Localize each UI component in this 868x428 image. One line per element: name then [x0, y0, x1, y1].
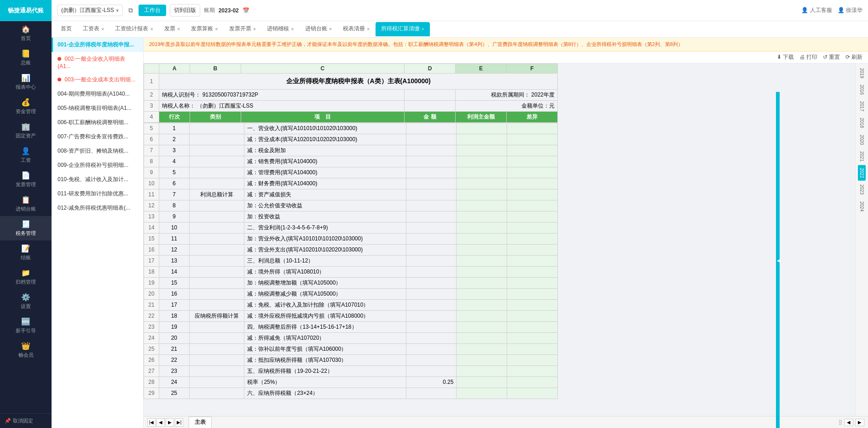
left-menu-item-008[interactable]: 008-资产折旧、摊销及纳税...: [52, 144, 143, 158]
cell-item[interactable]: 六、应纳所得税额（23×24）: [244, 388, 406, 399]
scroll-right[interactable]: ▶: [855, 419, 864, 426]
cell-diff[interactable]: [507, 321, 558, 332]
print-button[interactable]: 🖨 打印: [799, 53, 817, 61]
cell-item[interactable]: 减：营业外支出(填写A102010\102020\103000): [244, 244, 406, 255]
cell-row-num[interactable]: 16: [159, 288, 189, 299]
year-item-2020[interactable]: 2020: [858, 132, 866, 148]
cell-item[interactable]: 一、营业收入(填写A101010\101020\103000): [244, 123, 406, 134]
cell-profit[interactable]: [457, 178, 507, 189]
cell-row-num[interactable]: 24: [159, 377, 189, 388]
cell-amount[interactable]: [406, 200, 457, 211]
cell-row-num[interactable]: 2: [159, 134, 189, 145]
cell-item[interactable]: 加：投资收益: [244, 211, 406, 222]
cell-amount[interactable]: [406, 211, 457, 222]
cell-row-num[interactable]: 22: [159, 354, 189, 365]
cell-item[interactable]: 三、利润总额（10-11-12）: [244, 255, 406, 266]
cell-row-num[interactable]: 9: [159, 211, 189, 222]
cell-item[interactable]: 减：抵扣应纳税所得额（填写A107030）: [244, 354, 406, 365]
tab-journal[interactable]: 进销台账 ×: [300, 22, 337, 36]
cell-row-num[interactable]: 18: [159, 310, 189, 321]
sidebar-item-invoice[interactable]: 📄 发票管理: [0, 167, 52, 192]
cell-row-num[interactable]: 15: [159, 277, 189, 288]
year-item-2016[interactable]: 2016: [858, 82, 866, 97]
cell-diff[interactable]: [507, 310, 558, 321]
copy-icon[interactable]: ⧉: [128, 6, 133, 14]
workspace-button[interactable]: 工作台: [139, 5, 166, 16]
tab-invoice[interactable]: 发票 ×: [159, 22, 185, 36]
customer-service[interactable]: 👤 人工客服: [801, 6, 832, 14]
cell-profit[interactable]: [457, 255, 507, 266]
cell-diff[interactable]: [507, 233, 558, 244]
cell-row-num[interactable]: 14: [159, 266, 189, 277]
tab-check[interactable]: 进销稽核 ×: [261, 22, 299, 36]
cell-profit[interactable]: [457, 222, 507, 233]
cell-row-num[interactable]: 13: [159, 255, 189, 266]
left-menu-item-007[interactable]: 007-广告费和业务宣传费跌...: [52, 130, 143, 144]
cell-profit[interactable]: [457, 354, 507, 365]
cell-row-num[interactable]: 7: [159, 189, 189, 200]
sidebar-item-reports[interactable]: 📊 报表中心: [0, 70, 52, 94]
cell-item[interactable]: 减：纳税调整减少额（填写A105000）: [244, 288, 406, 299]
cell-row-num[interactable]: 4: [159, 156, 189, 167]
tab-salary-close[interactable]: ×: [101, 26, 104, 32]
tab-invoice-close[interactable]: ×: [177, 26, 180, 32]
cell-diff[interactable]: [507, 365, 558, 377]
cell-diff[interactable]: [507, 277, 558, 288]
cell-diff[interactable]: [507, 167, 558, 178]
cell-amount[interactable]: [406, 189, 457, 200]
sheet-nav-next[interactable]: ▶: [166, 418, 174, 427]
refresh-button[interactable]: ⟳ 刷新: [845, 53, 862, 61]
cell-amount[interactable]: 0.25: [406, 377, 457, 388]
left-menu-item-003[interactable]: 003-一般企业成本支出明细...: [52, 73, 143, 87]
sidebar-item-settings[interactable]: ⚙️ 设置: [0, 289, 52, 314]
cell-row-num[interactable]: 12: [159, 244, 189, 255]
left-menu-item-004[interactable]: 004-期间费用明细表(A1040...: [52, 87, 143, 101]
company-selector[interactable]: (勿删）江西服宝-LSS ▾: [57, 5, 123, 16]
year-item-2019[interactable]: 2019: [858, 65, 866, 81]
cell-profit[interactable]: [457, 244, 507, 255]
cell-row-num[interactable]: 11: [159, 233, 189, 244]
cell-diff[interactable]: [507, 377, 558, 388]
cell-diff[interactable]: [507, 222, 558, 233]
cell-diff[interactable]: [507, 288, 558, 299]
tab-check-close[interactable]: ×: [291, 26, 294, 32]
cell-profit[interactable]: [457, 211, 507, 222]
year-item-2024[interactable]: 2024: [858, 199, 866, 214]
cell-diff[interactable]: [507, 211, 558, 222]
sidebar-item-ledger[interactable]: 📒 总账: [0, 46, 52, 70]
cell-profit[interactable]: [457, 134, 507, 145]
sidebar-item-guide[interactable]: 🆕 新手引导: [0, 314, 52, 338]
year-item-2018[interactable]: 2018: [858, 115, 866, 131]
left-menu-item-005[interactable]: 005-纳税调整项目明细表(A1...: [52, 101, 143, 115]
cell-item[interactable]: 加：纳税调整增加额（填写A105000）: [244, 277, 406, 288]
cell-item[interactable]: 五、应纳税所得额（19-20-21-22）: [244, 365, 406, 377]
sidebar-item-archive[interactable]: 📁 归档管理: [0, 265, 52, 289]
cell-amount[interactable]: [406, 365, 457, 377]
cell-profit[interactable]: [457, 332, 507, 343]
cell-profit[interactable]: [457, 189, 507, 200]
sheet-nav-prev[interactable]: ◀: [156, 418, 165, 427]
cell-amount[interactable]: [406, 354, 457, 365]
cell-profit[interactable]: [457, 299, 507, 310]
cell-diff[interactable]: [507, 354, 558, 365]
user-info[interactable]: 👤 徐漾华: [838, 6, 862, 14]
cell-item[interactable]: 减：管理费用(填写A104000): [244, 167, 406, 178]
cell-profit[interactable]: [457, 266, 507, 277]
cell-item[interactable]: 加：营业外收入(填写A101010\101020\103000): [244, 233, 406, 244]
cell-row-num[interactable]: 21: [159, 343, 189, 354]
scroll-left[interactable]: ◀: [844, 419, 853, 426]
cell-amount[interactable]: [406, 255, 457, 266]
cell-profit[interactable]: [457, 310, 507, 321]
cell-item[interactable]: 税率（25%）: [244, 377, 406, 388]
cell-diff[interactable]: [507, 123, 558, 134]
left-menu-item-011[interactable]: 011-研发费用加计扣除优惠...: [52, 187, 143, 201]
cell-item[interactable]: 加：公允价值变动收益: [244, 200, 406, 211]
sidebar-item-assets[interactable]: 🏢 固定资产: [0, 119, 52, 143]
cell-row-num[interactable]: 19: [159, 321, 189, 332]
pin-button[interactable]: 📌 取消固定: [0, 414, 52, 428]
cell-item[interactable]: 减：财务费用(填写A104000): [244, 178, 406, 189]
cell-amount[interactable]: [406, 321, 457, 332]
cell-diff[interactable]: [507, 388, 558, 399]
tab-income-tax-close[interactable]: ×: [422, 26, 424, 32]
sheet-nav-first[interactable]: |◀: [147, 418, 156, 427]
